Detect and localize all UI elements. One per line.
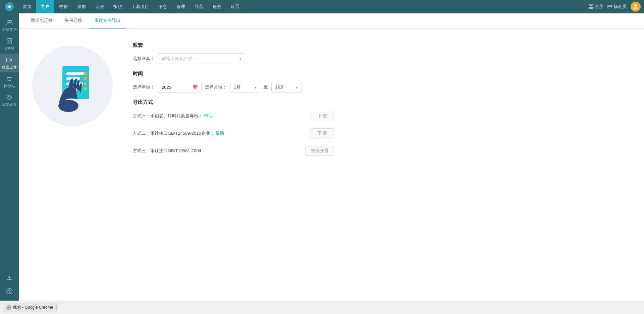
taskbar: 线索 - Google Chrome <box>0 301 644 314</box>
to-text: 至 <box>264 84 268 90</box>
account-select-placeholder: 请输入账套名称 <box>162 56 192 62</box>
sidebar-download-icon[interactable] <box>4 272 15 283</box>
top-navigation: 首页 客户 收费 票据 记账 报税 工商项目 消息 管理 经营 服务 设置 全屏 <box>0 0 644 13</box>
nav-customer[interactable]: 客户 <box>36 0 54 13</box>
sidebar-label-tag-settings: 标签设置 <box>2 102 17 107</box>
recycle-icon <box>6 75 13 82</box>
export-method-3-row: 方式三：审计接口GB/T19581-2004 暂缓开通 <box>133 146 334 156</box>
svg-rect-15 <box>66 77 80 80</box>
method-2-help-link[interactable]: 帮助 <box>215 131 224 136</box>
tab-backup-migration[interactable]: 备份迁移 <box>59 13 88 28</box>
svg-point-6 <box>634 4 637 7</box>
sidebar-help-icon[interactable] <box>4 286 15 297</box>
tag-settings-icon <box>6 94 13 101</box>
year-value: 2023 <box>162 85 171 90</box>
form-section: 账套 选择账套： 请输入账套名称 时间 选择年份： 2023 <box>133 39 334 163</box>
nav-bookkeeping[interactable]: 记账 <box>91 0 109 13</box>
export-method-2-label: 方式二：审计接口GB/T24589-2010企业： 帮助 <box>133 130 307 136</box>
sidebar-item-tag-settings[interactable]: 标签设置 <box>0 91 19 110</box>
method-3-vip-button[interactable]: 暂缓开通 <box>305 146 334 156</box>
svg-point-21 <box>84 87 87 90</box>
svg-rect-4 <box>592 7 593 9</box>
account-chevron-icon <box>239 56 241 61</box>
app-logo[interactable] <box>3 1 15 13</box>
nav-home[interactable]: 首页 <box>18 0 36 13</box>
chrome-taskbar-label: 线索 - Google Chrome <box>13 305 53 310</box>
tab-bar: 数据包迁移 备份迁移 审计文件导出 <box>19 13 644 29</box>
method-1-help-link[interactable]: 帮助 <box>204 113 213 118</box>
nav-operation[interactable]: 经营 <box>190 0 208 13</box>
export-method-1-row: 方式一：余额表、序时账批量导出： 帮助 下 载 <box>133 111 334 121</box>
svg-rect-3 <box>589 7 590 9</box>
nav-invoices[interactable]: 票据 <box>72 0 91 13</box>
account-select-dropdown[interactable]: 请输入账套名称 <box>158 53 245 64</box>
sidebar-bottom <box>4 272 15 297</box>
nav-message[interactable]: 消息 <box>154 0 172 13</box>
sidebar-item-all-customers[interactable]: 全部客户 <box>0 16 19 35</box>
svg-point-8 <box>10 20 12 22</box>
sidebar-item-recycle[interactable]: 回收站 <box>0 72 19 91</box>
month-start-value: 1月 <box>234 84 240 90</box>
month-start-chevron-icon <box>255 85 257 90</box>
year-input[interactable]: 2023 📅 <box>158 82 202 92</box>
export-section-title: 导出方式 <box>133 99 334 106</box>
sidebar: 全部客户 0申报 账套迁移 <box>0 13 19 301</box>
month-start-select[interactable]: 1月 <box>230 82 260 92</box>
avatar[interactable] <box>631 2 641 12</box>
sidebar-label-all-customers: 全部客户 <box>2 27 17 32</box>
chrome-taskbar-item[interactable]: 线索 - Google Chrome <box>3 303 57 312</box>
all-customers-icon <box>6 19 13 26</box>
account-select-label: 选择账套： <box>133 56 155 62</box>
export-method-1-label: 方式一：余额表、序时账批量导出： 帮助 <box>133 113 307 119</box>
vip-button[interactable]: 畅会员 <box>607 4 627 10</box>
nav-fees[interactable]: 收费 <box>54 0 72 13</box>
method-1-text: 方式一：余额表、序时账批量导出： <box>133 113 203 118</box>
svg-point-20 <box>84 82 87 85</box>
method-2-text: 方式二：审计接口GB/T24589-2010企业： <box>133 131 214 136</box>
svg-rect-1 <box>589 5 590 6</box>
svg-rect-5 <box>608 5 612 8</box>
nav-settings[interactable]: 设置 <box>226 0 244 13</box>
svg-point-11 <box>8 96 9 97</box>
tab-data-migration[interactable]: 数据包迁移 <box>25 13 58 28</box>
nav-manage[interactable]: 管理 <box>172 0 190 13</box>
account-section-title: 账套 <box>133 42 334 49</box>
nav-business[interactable]: 工商项目 <box>127 0 154 13</box>
nav-right: 全屏 畅会员 <box>589 2 641 12</box>
method-3-text: 方式三：审计接口GB/T19581-2004 <box>133 148 201 153</box>
svg-point-19 <box>84 77 87 80</box>
chrome-icon <box>6 305 11 310</box>
page-content: 账套 选择账套： 请输入账套名称 时间 选择年份： 2023 <box>19 29 644 301</box>
sidebar-item-zero-declaration[interactable]: 0申报 <box>0 35 19 54</box>
export-layout: 账套 选择账套： 请输入账套名称 时间 选择年份： 2023 <box>32 39 334 163</box>
fullscreen-label: 全屏 <box>595 4 603 10</box>
time-section-title: 时间 <box>133 71 334 77</box>
sidebar-label-account-migration: 账套迁移 <box>2 65 17 70</box>
export-method-3-label: 方式三：审计接口GB/T19581-2004 <box>133 148 302 154</box>
fullscreen-button[interactable]: 全屏 <box>589 4 603 10</box>
zero-declaration-icon <box>6 38 13 45</box>
method-1-download-button[interactable]: 下 载 <box>311 111 334 121</box>
svg-rect-14 <box>66 72 85 75</box>
content-area: 数据包迁移 备份迁移 审计文件导出 <box>19 13 644 301</box>
nav-tax[interactable]: 报税 <box>109 0 127 13</box>
vip-label: 畅会员 <box>613 4 627 10</box>
month-label: 选择月份： <box>205 84 227 90</box>
account-select-row: 选择账套： 请输入账套名称 <box>133 53 334 64</box>
sidebar-label-zero-declaration: 0申报 <box>5 46 14 51</box>
svg-rect-2 <box>592 5 593 6</box>
method-2-download-button[interactable]: 下 载 <box>311 128 334 138</box>
tab-audit-export[interactable]: 审计文件导出 <box>89 13 126 28</box>
account-migration-icon <box>6 56 13 64</box>
calendar-icon: 📅 <box>193 85 198 90</box>
nav-service[interactable]: 服务 <box>208 0 226 13</box>
month-end-select[interactable]: 12月 <box>271 82 302 92</box>
svg-point-18 <box>84 72 87 75</box>
sidebar-item-account-migration[interactable]: 账套迁移 <box>0 54 19 72</box>
year-label: 选择年份： <box>133 84 155 90</box>
illustration <box>32 46 113 126</box>
export-method-2-row: 方式二：审计接口GB/T24589-2010企业： 帮助 下 载 <box>133 128 334 138</box>
month-end-value: 12月 <box>275 84 284 90</box>
svg-point-7 <box>8 20 10 22</box>
nav-items: 首页 客户 收费 票据 记账 报税 工商项目 消息 管理 经营 服务 设置 <box>18 0 589 13</box>
